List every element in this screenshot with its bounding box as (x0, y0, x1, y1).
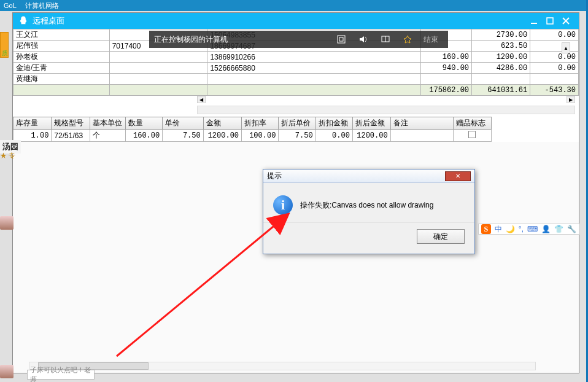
vscroll-up[interactable]: ▲ (562, 42, 570, 53)
control-status: 正在控制杨园的计算机 (154, 34, 330, 45)
bottom-input[interactable]: 子床可以火点吧！老师 (27, 370, 95, 380)
column-header[interactable]: 数量 (125, 117, 162, 130)
sogou-icon[interactable]: S (481, 224, 491, 234)
column-header[interactable]: 折后单价 (279, 117, 315, 130)
remote-control-bar[interactable]: 正在控制杨园的计算机 结束 (149, 31, 448, 48)
svg-rect-1 (547, 18, 553, 24)
qq-icon (18, 15, 29, 26)
ime-toolbar[interactable]: S 中 🌙 °, ⌨ 👤 👕 🔧 (478, 224, 579, 235)
taskbar-fragment: GoL 计算机网络 (0, 0, 588, 11)
ime-lang[interactable]: 中 (495, 224, 502, 235)
window-title: 远程桌面 (33, 15, 526, 26)
column-header[interactable]: 赠品标志 (453, 117, 491, 130)
column-header[interactable]: 折扣率 (242, 117, 279, 130)
table-row[interactable]: 金迪/王青15266665880940.004286.000.00 (14, 63, 579, 74)
table-row[interactable]: 黄继海 (14, 74, 579, 85)
hscroll-left-icon[interactable]: ◀ (197, 96, 206, 103)
column-header[interactable]: 折后金额 (352, 117, 390, 130)
column-header[interactable]: 备注 (390, 117, 453, 130)
fullscreen-icon[interactable] (330, 34, 352, 44)
dialog-footer: 确定 (263, 222, 474, 254)
message-dialog: 提示 ✕ i 操作失败:Canvas does not allow drawin… (263, 169, 475, 254)
column-header[interactable]: 基本单位 (90, 117, 125, 130)
dialog-message: 操作失败:Canvas does not allow drawing (300, 200, 433, 211)
avatar[interactable] (0, 365, 14, 378)
speaker-icon[interactable] (352, 34, 374, 44)
ime-skin-icon[interactable]: 👕 (554, 225, 563, 233)
column-header[interactable]: 折扣金额 (315, 117, 352, 130)
bottom-hscrollbar[interactable] (29, 362, 536, 370)
ime-keyboard-icon[interactable]: ⌨ (527, 225, 538, 233)
mid-gap: ◀ ▶ (13, 96, 579, 117)
dialog-title: 提示 (267, 171, 445, 181)
ime-punct-icon[interactable]: °, (519, 225, 524, 233)
end-session-button[interactable]: 结束 (419, 34, 443, 45)
ime-tool-icon[interactable]: 🔧 (567, 225, 576, 233)
dialog-titlebar[interactable]: 提示 ✕ (263, 170, 474, 183)
dialog-body: i 操作失败:Canvas does not allow drawing (263, 183, 474, 222)
close-button[interactable] (558, 15, 574, 26)
column-header[interactable]: 规格型号 (52, 117, 90, 130)
pin-icon[interactable] (397, 34, 419, 44)
svg-rect-4 (338, 36, 345, 43)
gift-checkbox[interactable] (453, 130, 491, 142)
titlebar[interactable]: 远程桌面 (13, 13, 579, 29)
table-row[interactable]: 孙老板13869910266160.001200.000.00 (14, 52, 579, 63)
maximize-button[interactable] (542, 15, 558, 26)
column-header[interactable]: 库存量 (14, 117, 52, 130)
minimize-button[interactable] (526, 15, 542, 26)
dialog-close-button[interactable]: ✕ (445, 171, 471, 181)
totals-row: 175862.00641031.61-543.30 (14, 85, 579, 96)
ok-button[interactable]: 确定 (417, 229, 465, 244)
avatar[interactable] (0, 216, 14, 230)
ime-user-icon[interactable]: 👤 (541, 225, 551, 233)
hscroll-right-icon[interactable]: ▶ (567, 96, 575, 103)
detail-grid[interactable]: 库存量规格型号基本单位数量单价金额折扣率折后单价折扣金额折后金额备注赠品标志 1… (13, 117, 492, 142)
hscrollbar[interactable] (197, 106, 575, 114)
column-header[interactable]: 单价 (163, 117, 204, 130)
ime-moon-icon[interactable]: 🌙 (506, 225, 515, 233)
side-star-label: ★ 专 (0, 151, 15, 160)
table-row[interactable]: 1.0072/51/63个160.007.501200.00100.007.50… (14, 130, 492, 142)
side-orange-tab[interactable]: 质 (0, 32, 9, 58)
info-icon: i (273, 195, 293, 215)
svg-rect-5 (339, 37, 343, 41)
column-header[interactable]: 金额 (203, 117, 241, 130)
screen-icon[interactable] (374, 34, 397, 44)
